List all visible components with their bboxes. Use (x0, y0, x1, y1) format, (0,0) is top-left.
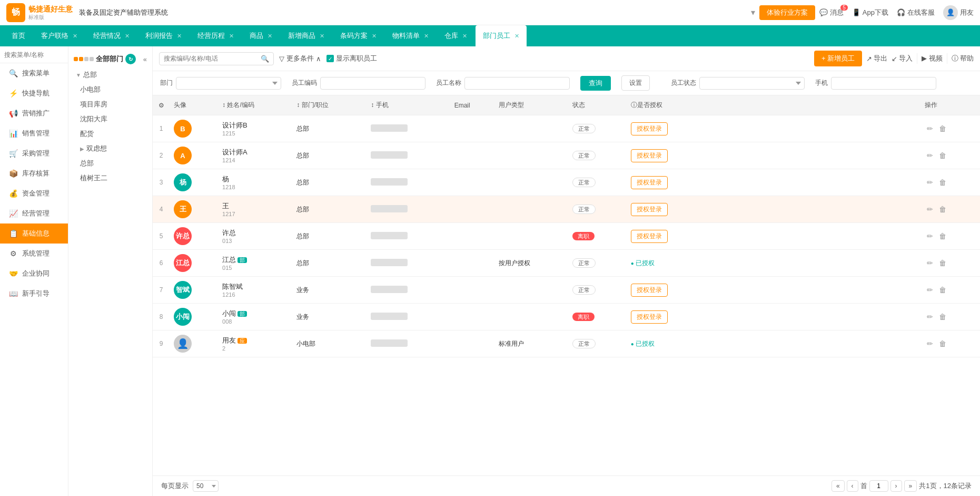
import-button[interactable]: ↙ 导入 (892, 54, 913, 63)
status-select[interactable] (699, 77, 805, 90)
close-icon[interactable]: ✕ (73, 33, 77, 40)
sidebar-item-finance[interactable]: 💰 资金管理 (0, 183, 68, 203)
more-filter-button[interactable]: ▽ 更多条件 ∧ (279, 54, 321, 63)
online-service-button[interactable]: 🎧 在线客服 (897, 8, 935, 17)
tab-customer[interactable]: 客户联络 ✕ (34, 25, 85, 46)
dept-node-shuangluxiang[interactable]: ▶ 双虑想 (68, 141, 152, 156)
tab-history[interactable]: 经营历程 ✕ (190, 25, 241, 46)
authorize-button[interactable]: 授权登录 (631, 149, 668, 162)
help-button[interactable]: ⓘ 帮助 (952, 54, 974, 63)
tab-home[interactable]: 首页 (4, 25, 33, 46)
edit-button[interactable]: ✏ (925, 231, 935, 241)
sidebar-item-purchase[interactable]: 🛒 采购管理 (0, 143, 68, 163)
phone-input[interactable] (831, 77, 936, 90)
tab-department[interactable]: 部门员工 ✕ (476, 25, 527, 46)
next-page-button[interactable]: › (890, 480, 902, 492)
tab-operation[interactable]: 经营情况 ✕ (86, 25, 137, 46)
search-input[interactable] (164, 55, 259, 62)
edit-button[interactable]: ✏ (925, 123, 935, 134)
emp-name-input[interactable] (464, 77, 570, 90)
sidebar-item-basic[interactable]: 📋 基础信息 (0, 223, 68, 244)
search-filter-button[interactable]: 查询 (580, 76, 611, 91)
tab-profit[interactable]: 利润报告 ✕ (138, 25, 189, 46)
delete-button[interactable]: 🗑 (937, 258, 948, 268)
authorize-button[interactable]: 授权登录 (631, 310, 668, 324)
authorize-button[interactable]: 授权登录 (631, 230, 668, 243)
dept-collapse-button[interactable]: « (143, 55, 147, 63)
sidebar-item-collab[interactable]: 🤝 企业协同 (0, 264, 68, 284)
sidebar-item-guide[interactable]: 📖 新手引导 (0, 284, 68, 304)
tab-barcode[interactable]: 条码方案 ✕ (333, 25, 384, 46)
dept-node-zhishu[interactable]: 植树王二 (68, 171, 152, 186)
delete-button[interactable]: 🗑 (937, 204, 948, 215)
col-dept[interactable]: ↕ 部门/职位 (292, 95, 367, 115)
dept-node-xiangmukufang[interactable]: 项目库房 (68, 97, 152, 112)
delete-button[interactable]: 🗑 (937, 231, 948, 241)
delete-button[interactable]: 🗑 (937, 285, 948, 295)
close-icon[interactable]: ✕ (424, 33, 429, 40)
message-button[interactable]: 💬 消息 5 (819, 8, 844, 17)
page-number-input[interactable] (869, 480, 888, 492)
tab-warehouse[interactable]: 仓库 ✕ (437, 25, 474, 46)
close-icon[interactable]: ✕ (462, 33, 467, 40)
edit-button[interactable]: ✏ (925, 258, 935, 268)
tab-goods[interactable]: 商品 ✕ (242, 25, 280, 46)
sidebar-item-quicknav[interactable]: ⚡ 快捷导航 (0, 83, 68, 103)
close-icon[interactable]: ✕ (268, 33, 272, 40)
sidebar-item-management[interactable]: 📈 经营管理 (0, 203, 68, 223)
sidebar-item-system[interactable]: ⚙ 系统管理 (0, 244, 68, 264)
app-download-button[interactable]: 📱 App下载 (852, 8, 888, 17)
close-icon[interactable]: ✕ (229, 33, 234, 40)
delete-button[interactable]: 🗑 (937, 312, 948, 322)
user-menu[interactable]: 👤 用友 (943, 5, 974, 20)
close-icon[interactable]: ✕ (125, 33, 130, 40)
delete-button[interactable]: 🗑 (937, 338, 948, 349)
dept-node-xiaodibu[interactable]: 小电部 (68, 82, 152, 97)
authorize-button[interactable]: 授权登录 (631, 122, 668, 135)
sidebar-item-search[interactable]: 🔍 搜索菜单 (0, 63, 68, 83)
add-employee-button[interactable]: + 新增员工 (814, 51, 862, 66)
last-page-button[interactable]: » (904, 480, 917, 492)
authorize-button[interactable]: 授权登录 (631, 176, 668, 189)
edit-button[interactable]: ✏ (925, 177, 935, 188)
show-dismissed-toggle[interactable]: ✓ 显示离职员工 (326, 54, 377, 63)
delete-button[interactable]: 🗑 (937, 150, 948, 161)
close-icon[interactable]: ✕ (514, 33, 519, 40)
close-icon[interactable]: ✕ (320, 33, 324, 40)
export-button[interactable]: ↗ 导出 (866, 54, 887, 63)
sidebar-search-input[interactable] (4, 51, 68, 59)
edit-button[interactable]: ✏ (925, 204, 935, 215)
trial-button[interactable]: 体验行业方案 (759, 5, 815, 20)
dept-node-shenyang[interactable]: 沈阳大库 (68, 112, 152, 127)
sidebar-item-inventory[interactable]: 📦 库存核算 (0, 163, 68, 183)
settings-button[interactable]: 设置 (621, 75, 650, 91)
system-name-dropdown[interactable]: ▾ (751, 7, 755, 17)
edit-button[interactable]: ✏ (925, 338, 935, 349)
delete-button[interactable]: 🗑 (937, 177, 948, 188)
tab-new-goods[interactable]: 新增商品 ✕ (281, 25, 332, 46)
edit-button[interactable]: ✏ (925, 285, 935, 295)
dept-node-zongbu[interactable]: 总部 (68, 156, 152, 171)
sidebar-item-sales[interactable]: 📊 销售管理 (0, 123, 68, 143)
dept-refresh-button[interactable]: ↻ (125, 54, 136, 64)
tab-bom[interactable]: 物料清单 ✕ (385, 25, 436, 46)
authorize-button[interactable]: 授权登录 (631, 203, 668, 216)
sidebar-item-marketing[interactable]: 📢 营销推广 (0, 103, 68, 123)
close-icon[interactable]: ✕ (177, 33, 182, 40)
page-size-select[interactable]: 50 100 (193, 480, 219, 492)
emp-code-input[interactable] (320, 77, 425, 90)
dept-select[interactable] (176, 77, 281, 90)
authorize-button[interactable]: 授权登录 (631, 284, 668, 297)
col-settings[interactable]: ⚙ (153, 95, 170, 115)
close-icon[interactable]: ✕ (372, 33, 377, 40)
dept-node-zongbu-root[interactable]: ▼ 总部 (68, 67, 152, 82)
view-button[interactable]: ▶ 视频 (922, 54, 942, 63)
dept-node-peihuo[interactable]: 配货 (68, 127, 152, 141)
col-phone[interactable]: ↕ 手机 (367, 95, 450, 115)
prev-page-button[interactable]: ‹ (847, 480, 858, 492)
edit-button[interactable]: ✏ (925, 312, 935, 322)
col-name[interactable]: ↕ 姓名/编码 (218, 95, 292, 115)
first-page-button[interactable]: « (831, 480, 845, 492)
edit-button[interactable]: ✏ (925, 150, 935, 161)
delete-button[interactable]: 🗑 (937, 123, 948, 134)
